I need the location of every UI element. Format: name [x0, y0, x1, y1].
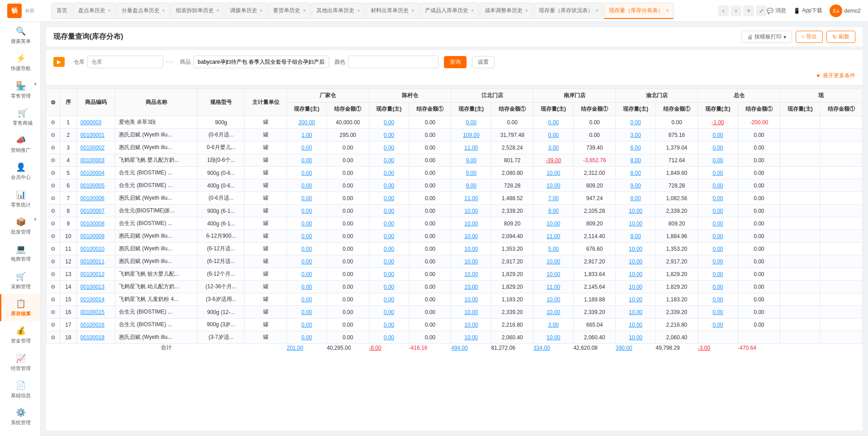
row-settings-14[interactable]: ⚙ — [47, 293, 60, 306]
row-jbmd-qty-6[interactable]: 11.00 — [451, 192, 491, 205]
print-btn[interactable]: 🖨 按模板打印 ▾ — [741, 31, 792, 43]
row-ybmd-qty-13[interactable]: 10.00 — [616, 281, 656, 293]
row-code-15[interactable]: 00100015 — [76, 306, 115, 319]
row-cfj-qty-15[interactable]: 0.00 — [287, 306, 327, 319]
row-zc-qty-17[interactable] — [698, 331, 738, 344]
sidebar-item-finance[interactable]: 💰 资金管理 — [0, 321, 40, 348]
row-cfj-qty-6[interactable]: 0.00 — [287, 192, 327, 205]
sidebar-item-quick[interactable]: ⚡ 快捷导航 — [0, 49, 40, 76]
row-namd-qty-4[interactable]: 10.00 — [533, 167, 574, 179]
row-namd-qty-10[interactable]: 5.00 — [533, 243, 574, 255]
row-jbmd-qty-0[interactable]: 0.00 — [451, 116, 491, 129]
sidebar-item-retail-shop[interactable]: 🛒 零售商城 — [0, 103, 40, 131]
row-ccj-qty-0[interactable]: 0.00 — [369, 116, 409, 129]
nav-expand[interactable]: ⤢ — [756, 5, 767, 16]
row-settings-6[interactable]: ⚙ — [47, 192, 60, 205]
row-settings-3[interactable]: ⚙ — [47, 154, 60, 167]
row-zc-qty-8[interactable]: 0.00 — [698, 217, 738, 230]
user-menu[interactable]: Ea demo2 — [830, 5, 861, 17]
tab-close-8[interactable]: × — [471, 8, 474, 13]
row-code-14[interactable]: 00100014 — [76, 293, 115, 306]
tab-close-11[interactable]: × — [666, 8, 669, 13]
row-cfj-qty-4[interactable]: 0.00 — [287, 167, 327, 179]
row-ybmd-qty-12[interactable]: 10.00 — [616, 268, 656, 281]
row-code-1[interactable]: 00100001 — [76, 129, 115, 141]
row-zc-qty-7[interactable]: 0.00 — [698, 205, 738, 217]
row-ccj-qty-14[interactable]: 0.00 — [369, 293, 409, 306]
tab-1[interactable]: 盘点单历史 × — [73, 3, 116, 19]
row-cfj-qty-5[interactable]: 0.00 — [287, 179, 327, 192]
sidebar-item-system[interactable]: ⚙️ 系统管理 — [0, 403, 40, 430]
row-cfj-qty-1[interactable]: 1.00 — [287, 129, 327, 141]
row-namd-qty-7[interactable]: 9.00 — [533, 205, 574, 217]
tab-5[interactable]: 要货单历史 × — [268, 3, 311, 19]
row-ccj-qty-16[interactable]: 0.00 — [369, 319, 409, 331]
query-btn[interactable]: 查询 — [444, 56, 467, 68]
row-code-7[interactable]: 00100007 — [76, 205, 115, 217]
tab-9[interactable]: 成本调整单历史 × — [480, 3, 533, 19]
sidebar-item-wholesale[interactable]: 📦 批发管理 ▼ — [0, 212, 40, 239]
row-ybmd-qty-7[interactable]: 10.00 — [616, 205, 656, 217]
summary-ccj-qty[interactable]: -8.00 — [369, 344, 409, 352]
row-jbmd-qty-1[interactable]: 109.00 — [451, 129, 491, 141]
tab-close-4[interactable]: × — [260, 8, 263, 13]
row-ybmd-qty-10[interactable]: 10.00 — [616, 243, 656, 255]
row-ccj-qty-5[interactable]: 0.00 — [369, 179, 409, 192]
row-zc-qty-3[interactable]: 0.00 — [698, 154, 738, 167]
sidebar-item-retail-stat[interactable]: 📊 零售统计 — [0, 185, 40, 212]
tab-close-6[interactable]: × — [357, 8, 360, 13]
summary-zc-qty[interactable]: -3.00 — [698, 344, 738, 352]
row-code-0[interactable]: 0000003 — [76, 116, 115, 129]
row-namd-qty-5[interactable]: 10.00 — [533, 179, 574, 192]
row-ybmd-qty-4[interactable]: 8.00 — [616, 167, 656, 179]
row-zc-qty-2[interactable]: 0.00 — [698, 141, 738, 154]
row-code-4[interactable]: 00100004 — [76, 167, 115, 179]
row-cfj-qty-7[interactable]: 0.00 — [287, 205, 327, 217]
row-namd-qty-15[interactable]: 10.00 — [533, 306, 574, 319]
tab-4[interactable]: 调拨单历史 × — [225, 3, 268, 19]
row-ybmd-qty-9[interactable]: 9.00 — [616, 230, 656, 243]
row-ccj-qty-1[interactable]: 0.00 — [369, 129, 409, 141]
sidebar-item-marketing[interactable]: 📣 营销推广 — [0, 131, 40, 158]
row-jbmd-qty-9[interactable]: 10.00 — [451, 230, 491, 243]
row-settings-13[interactable]: ⚙ — [47, 281, 60, 293]
tab-8[interactable]: 产成品入库单历史 × — [420, 3, 479, 19]
sidebar-item-member[interactable]: 👤 会员中心 — [0, 158, 40, 185]
sidebar-item-operation[interactable]: 📈 经营管理 — [0, 349, 40, 376]
row-namd-qty-0[interactable]: 0.00 — [533, 116, 574, 129]
row-ccj-qty-2[interactable]: 0.00 — [369, 141, 409, 154]
row-zc-qty-16[interactable]: 0.00 — [698, 319, 738, 331]
row-settings-8[interactable]: ⚙ — [47, 217, 60, 230]
row-ybmd-qty-3[interactable]: 8.00 — [616, 154, 656, 167]
refresh-btn[interactable]: ↻ 刷新 — [826, 31, 855, 43]
row-namd-qty-6[interactable]: 7.00 — [533, 192, 574, 205]
row-namd-qty-8[interactable]: 10.00 — [533, 217, 574, 230]
row-cfj-qty-3[interactable]: 0.00 — [287, 154, 327, 167]
row-ccj-qty-8[interactable]: 0.00 — [369, 217, 409, 230]
collapse-btn[interactable]: ▶ — [53, 57, 65, 67]
row-zc-qty-0[interactable]: -1.00 — [698, 116, 738, 129]
row-zc-qty-6[interactable]: 0.00 — [698, 192, 738, 205]
tab-7[interactable]: 材料出库单历史 × — [366, 3, 419, 19]
sidebar-item-purchase[interactable]: 🛒 采购管理 — [0, 267, 40, 294]
color-input[interactable] — [348, 56, 439, 68]
nav-next[interactable]: › — [731, 5, 741, 16]
sidebar-item-search[interactable]: 🔍 搜索英单 — [0, 22, 40, 49]
th-settings[interactable]: ⚙ — [47, 89, 60, 116]
row-jbmd-qty-10[interactable]: 10.00 — [451, 243, 491, 255]
nav-close[interactable]: × — [743, 5, 754, 16]
row-ccj-qty-13[interactable]: 0.00 — [369, 281, 409, 293]
row-namd-qty-17[interactable]: 10.00 — [533, 331, 574, 344]
tab-close-5[interactable]: × — [303, 8, 306, 13]
tab-close-9[interactable]: × — [525, 8, 528, 13]
row-jbmd-qty-12[interactable]: 10.00 — [451, 268, 491, 281]
summary-jbmd-qty[interactable]: 494.00 — [451, 344, 491, 352]
app-download-btn[interactable]: 📱 App下载 — [793, 7, 822, 14]
summary-ybmd-qty[interactable]: 390.00 — [616, 344, 656, 352]
row-namd-qty-11[interactable]: 10.00 — [533, 255, 574, 268]
row-namd-qty-2[interactable]: 3.00 — [533, 141, 574, 154]
row-zc-qty-11[interactable]: 0.00 — [698, 255, 738, 268]
row-settings-5[interactable]: ⚙ — [47, 179, 60, 192]
row-settings-7[interactable]: ⚙ — [47, 205, 60, 217]
sidebar-item-retail[interactable]: 🏪 零售管理 ▲ — [0, 76, 40, 103]
